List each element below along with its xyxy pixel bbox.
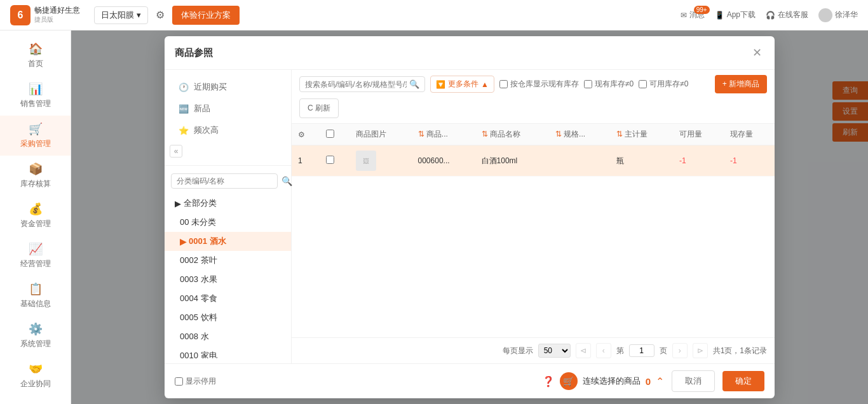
th-name[interactable]: ⇅ 商品名称 xyxy=(475,124,549,145)
page-first-button[interactable]: ⊲ xyxy=(576,343,591,358)
user-item[interactable]: 徐泽华 xyxy=(818,8,858,22)
th-spec[interactable]: ⇅ 规格... xyxy=(549,124,610,145)
table-row[interactable]: 1 🖼 000600... 白酒100ml xyxy=(292,145,775,177)
page-next-button[interactable]: › xyxy=(672,343,688,358)
page-last-button[interactable]: ⊳ xyxy=(693,343,708,358)
cat-item-0008[interactable]: 0008 水 xyxy=(165,327,291,346)
logo: 6 畅捷通好生意 捷员版 xyxy=(10,5,86,25)
category-search-icon[interactable]: 🔍 xyxy=(281,176,292,186)
th-unit[interactable]: ⇅ 主计量 xyxy=(610,124,673,145)
left-menu-frequent[interactable]: ⭐ 频次高 xyxy=(172,121,283,140)
cell-unit: 瓶 xyxy=(610,145,673,177)
sidebar-item-sales[interactable]: 📊 销售管理 xyxy=(0,76,71,116)
add-product-button[interactable]: + 新增商品 xyxy=(715,75,767,93)
checkbox-warehouse-stock-input[interactable] xyxy=(499,80,508,88)
cat-item-00[interactable]: 00 未分类 xyxy=(165,213,291,232)
nav-selector[interactable]: 日太阳膜 ▾ xyxy=(94,6,148,24)
help-icon[interactable]: ❓ xyxy=(542,375,555,387)
cart-collapse-icon[interactable]: ⌃ xyxy=(656,375,664,387)
cat-item-0002[interactable]: 0002 茶叶 xyxy=(165,251,291,270)
finance-icon: 💰 xyxy=(29,202,43,216)
sidebar-item-purchase[interactable]: 🛒 采购管理 xyxy=(0,116,71,156)
left-panel-collapse-button[interactable]: « xyxy=(170,145,182,158)
sidebar-item-basic[interactable]: 📋 基础信息 xyxy=(0,276,71,316)
product-search-input[interactable] xyxy=(305,80,407,89)
messages-item[interactable]: ✉ 消息 99+ xyxy=(681,10,705,20)
settings-icon[interactable]: ⚙ xyxy=(156,9,165,21)
show-disabled-checkbox[interactable] xyxy=(175,377,183,386)
cat-item-0001[interactable]: ▶ 0001 酒水 xyxy=(165,232,291,251)
checkbox-current-stock-input[interactable] xyxy=(584,80,592,88)
total-info: 共1页，1条记录 xyxy=(713,346,767,356)
confirm-button[interactable]: 确定 xyxy=(722,371,764,391)
product-table: ⚙ 商品图片 xyxy=(292,124,775,177)
sidebar-item-enterprise[interactable]: 🤝 企业协同 xyxy=(0,356,71,396)
sidebar-item-finance[interactable]: 💰 资金管理 xyxy=(0,196,71,236)
trial-button[interactable]: 体验行业方案 xyxy=(172,6,240,25)
modal-close-button[interactable]: ✕ xyxy=(749,45,764,60)
cat-item-0010[interactable]: 0010 家电 xyxy=(165,346,291,358)
chevron-down-icon: ▾ xyxy=(137,10,141,20)
sidebar-item-business[interactable]: 📈 经营管理 xyxy=(0,236,71,276)
category-list: ▶ 全部分类 00 未分类 ▶ 0001 酒水 0002 茶 xyxy=(165,191,291,358)
online-service-label: 在线客服 xyxy=(778,10,808,20)
page-number-input[interactable] xyxy=(629,344,654,357)
enterprise-icon: 🤝 xyxy=(29,362,43,376)
recent-label: 近期购买 xyxy=(194,81,227,93)
product-search-icon[interactable]: 🔍 xyxy=(409,79,419,89)
sidebar-item-guide[interactable]: 📖 新手引导 xyxy=(0,396,71,404)
th-code[interactable]: ⇅ 商品... xyxy=(412,124,475,145)
sort-icon-spec: ⇅ xyxy=(555,130,562,138)
th-available: 可用量 xyxy=(673,124,724,145)
checkbox-available-stock[interactable]: 可用库存≠0 xyxy=(639,79,688,90)
more-filter-button[interactable]: 🔽 更多条件 ▲ xyxy=(430,76,494,93)
category-search-input[interactable] xyxy=(171,173,278,189)
left-panel: 🕐 近期购买 🆕 新品 ⭐ 频次高 xyxy=(165,70,292,363)
cat-label-0002: 0002 茶叶 xyxy=(180,255,217,266)
modal-overlay: 商品参照 ✕ 🕐 近期购买 🆕 xyxy=(71,30,868,404)
th-settings: ⚙ xyxy=(292,124,320,145)
main-layout: 🏠 首页 📊 销售管理 🛒 采购管理 📦 库存核算 💰 资金管理 📈 经营管理 … xyxy=(0,30,868,404)
checkbox-available-stock-input[interactable] xyxy=(639,80,647,88)
show-disabled-checkbox-group[interactable]: 显示停用 xyxy=(175,376,216,387)
cart-label: 连续选择的商品 xyxy=(583,375,641,387)
sidebar-item-home[interactable]: 🏠 首页 xyxy=(0,36,71,76)
app-download-item[interactable]: 📱 App下载 xyxy=(715,10,756,20)
refresh-button[interactable]: C 刷新 xyxy=(299,98,339,118)
cat-label-0001: 0001 酒水 xyxy=(189,236,226,247)
cancel-button[interactable]: 取消 xyxy=(672,370,715,392)
basic-icon: 📋 xyxy=(29,282,43,296)
select-all-checkbox[interactable] xyxy=(326,130,334,138)
checkbox-warehouse-stock[interactable]: 按仓库显示现有库存 xyxy=(499,79,579,90)
settings-col-icon[interactable]: ⚙ xyxy=(298,130,305,139)
cat-item-0003[interactable]: 0003 水果 xyxy=(165,270,291,289)
row-checkbox[interactable] xyxy=(326,156,334,164)
sidebar-label-system: 系统管理 xyxy=(20,339,51,349)
online-service-item[interactable]: 🎧 在线客服 xyxy=(766,10,808,20)
frequent-label: 频次高 xyxy=(194,125,219,136)
sidebar-label-sales: 销售管理 xyxy=(20,98,51,109)
sort-icon-name: ⇅ xyxy=(482,130,488,138)
new-label: 新品 xyxy=(194,103,210,114)
expand-icon: ▶ xyxy=(175,199,181,208)
sidebar-item-inventory[interactable]: 📦 库存核算 xyxy=(0,156,71,196)
system-icon: ⚙️ xyxy=(29,322,43,336)
table-header: ⚙ 商品图片 xyxy=(292,124,775,145)
per-page-select[interactable]: 50 10 20 100 xyxy=(538,344,571,358)
left-menu-recent[interactable]: 🕐 近期购买 xyxy=(172,77,283,97)
cat-item-0004[interactable]: 0004 零食 xyxy=(165,289,291,308)
cat-item-all[interactable]: ▶ 全部分类 xyxy=(165,194,291,213)
clock-icon: 🕐 xyxy=(179,83,189,92)
cat-item-0005[interactable]: 0005 饮料 xyxy=(165,308,291,327)
sidebar-label-home: 首页 xyxy=(28,58,43,69)
username-label: 徐泽华 xyxy=(835,10,858,20)
sidebar-label-inventory: 库存核算 xyxy=(20,178,51,189)
cart-count: 0 xyxy=(646,376,651,387)
page-prev-button[interactable]: ‹ xyxy=(596,343,611,358)
checkbox-current-stock[interactable]: 现有库存≠0 xyxy=(584,79,634,90)
star-icon: ⭐ xyxy=(179,126,189,135)
left-menu-new[interactable]: 🆕 新品 xyxy=(172,99,283,118)
sidebar-item-system[interactable]: ⚙️ 系统管理 xyxy=(0,316,71,356)
message-icon: ✉ xyxy=(681,11,687,20)
cart-button[interactable]: 🛒 xyxy=(560,372,578,390)
